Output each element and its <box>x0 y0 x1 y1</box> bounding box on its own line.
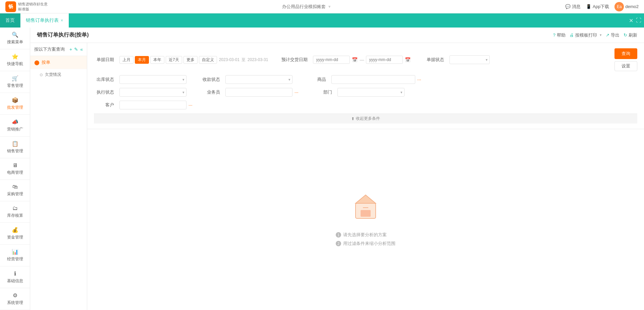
dept-select[interactable] <box>337 88 405 97</box>
download-icon: 📱 <box>586 4 591 9</box>
empty-tips: 1 请先选择要分析的方案 2 用过滤条件来缩小分析范围 <box>336 230 395 248</box>
exec-control <box>119 88 186 97</box>
sidebar-item-quick-nav[interactable]: ⭐ 快捷导航 <box>0 49 30 71</box>
export-icon: ↗ <box>606 33 609 38</box>
wholesale-icon: 📦 <box>12 97 18 103</box>
delivery-control <box>119 75 186 84</box>
expected-date-end-input[interactable] <box>366 56 403 64</box>
refresh-icon: ↻ <box>624 33 627 38</box>
top-bar: 畅 销售进销存好生意 标准版 办公用品行业模拟账套 ▾ 💬 消息 📱 App下载… <box>0 0 644 13</box>
breadcrumb-divider: ▾ <box>328 4 331 9</box>
empty-tip-1: 1 请先选择要分析的方案 <box>336 230 395 239</box>
page-actions: ? 帮助 🖨 按模板打印 ▾ ↗ 导出 ↻ 刷新 <box>553 32 637 38</box>
setting-btn[interactable]: 设置 <box>614 61 637 71</box>
sidebar-item-marketing[interactable]: 📣 营销推广 <box>0 115 30 137</box>
status-select-wrapper <box>449 55 490 64</box>
empty-illustration <box>349 192 382 225</box>
search-btn[interactable]: 查询 <box>614 48 637 59</box>
sidebar-item-purchase[interactable]: 🛍 采购管理 <box>0 180 30 201</box>
search-btn-area: 查询 设置 <box>614 48 637 71</box>
collapse-more-btn[interactable]: ⬆ 收起更多条件 <box>94 113 637 123</box>
sidebar-item-finance[interactable]: 💰 资金管理 <box>0 223 30 245</box>
date-btn-this-month[interactable]: 本月 <box>135 56 149 64</box>
date-quick-btns: 上月 本月 本年 近7天 更多 自定义 <box>119 56 217 64</box>
customer-more-btn[interactable]: ··· <box>189 102 193 108</box>
scheme-subitem-欠货情况[interactable]: ⊙ 欠货情况 <box>30 69 87 80</box>
user-area[interactable]: Ea demo2 <box>614 2 639 11</box>
app-download-btn[interactable]: 📱 App下载 <box>586 4 609 10</box>
exec-select[interactable] <box>119 88 186 97</box>
date-btn-this-year[interactable]: 本年 <box>150 56 164 64</box>
avatar: Ea <box>614 2 624 11</box>
status-select[interactable] <box>449 55 490 64</box>
date-btn-more[interactable]: 更多 <box>183 56 198 64</box>
right-content: 单据日期 上月 本月 本年 近7天 更多 自定义 2023- <box>87 43 644 310</box>
left-panel-header-actions: + ✎ « <box>69 47 83 52</box>
sidebar-item-basic[interactable]: ℹ 基础信息 <box>0 266 30 288</box>
tab-maximize-btn[interactable]: ⛶ <box>636 17 641 23</box>
export-btn[interactable]: ↗ 导出 <box>606 32 620 38</box>
customer-input[interactable] <box>119 101 186 109</box>
scheme-edit-btn[interactable]: ✎ <box>74 47 78 52</box>
page-header: 销售订单执行表(按单) ? 帮助 🖨 按模板打印 ▾ ↗ 导出 ↻ 刷新 <box>30 28 644 43</box>
goods-label: 商品 <box>306 76 326 83</box>
tab-active[interactable]: 销售订单执行表 × <box>20 13 69 28</box>
calendar-end-icon[interactable]: 📅 <box>405 57 411 62</box>
filter-row-3: 执行状态 业务员 ··· <box>94 88 637 97</box>
status-label: 单据状态 <box>424 57 444 63</box>
dept-label: 部门 <box>312 89 332 95</box>
scheme-sub-icon: ⊙ <box>40 72 43 77</box>
customer-label: 客户 <box>94 102 114 108</box>
basic-icon: ℹ <box>14 270 16 277</box>
scheme-add-btn[interactable]: + <box>69 47 72 52</box>
app-logo-icon: 畅 <box>5 1 16 12</box>
quick-nav-icon: ⭐ <box>12 53 18 60</box>
sidebar-item-ecommerce[interactable]: 🖥 电商管理 <box>0 158 30 180</box>
sidebar: 🔍 搜索菜单 ⭐ 快捷导航 🛒 零售管理 📦 批发管理 📣 营销推广 📋 销售管… <box>0 28 30 310</box>
marketing-icon: 📣 <box>12 119 18 125</box>
customer-control: ··· <box>119 101 193 109</box>
payment-select-wrapper <box>225 75 292 84</box>
print-btn[interactable]: 🖨 按模板打印 ▾ <box>570 32 602 38</box>
payment-label: 收款状态 <box>200 76 220 83</box>
goods-input[interactable] <box>331 75 415 84</box>
calendar-start-icon[interactable]: 📅 <box>352 57 358 62</box>
tab-bar-actions: ✕ ⛶ <box>629 13 644 28</box>
filter-row-4: 客户 ··· <box>94 101 637 109</box>
refresh-btn[interactable]: ↻ 刷新 <box>624 32 637 38</box>
expected-date-start-input[interactable] <box>313 56 350 64</box>
top-bar-left: 畅 销售进销存好生意 标准版 <box>5 1 48 12</box>
sidebar-item-operation[interactable]: 📊 经营管理 <box>0 245 30 266</box>
sidebar-item-inventory[interactable]: 🗂 库存核算 <box>0 201 30 223</box>
help-btn[interactable]: ? 帮助 <box>553 32 566 38</box>
sidebar-item-search[interactable]: 🔍 搜索菜单 <box>0 28 30 49</box>
expected-date-control: 📅 — 📅 <box>313 56 411 64</box>
empty-tip-2: 2 用过滤条件来缩小分析范围 <box>336 239 395 248</box>
sidebar-item-system[interactable]: ⚙ 系统管理 <box>0 288 30 310</box>
delivery-select[interactable] <box>119 75 186 84</box>
salesman-more-btn[interactable]: ··· <box>294 90 299 95</box>
message-icon: 💬 <box>565 4 571 9</box>
empty-state: 1 请先选择要分析的方案 2 用过滤条件来缩小分析范围 <box>87 129 644 310</box>
salesman-input[interactable] <box>225 88 292 97</box>
inventory-icon: 🗂 <box>12 205 18 211</box>
date-filter-control: 上月 本月 本年 近7天 更多 自定义 2023-03-01 至 2023-03… <box>119 56 268 64</box>
goods-more-btn[interactable]: ··· <box>417 77 421 82</box>
date-btn-custom[interactable]: 自定义 <box>199 56 217 64</box>
sidebar-item-wholesale[interactable]: 📦 批发管理 <box>0 93 30 115</box>
scheme-collapse-btn[interactable]: « <box>80 47 83 52</box>
tab-bar: 首页 销售订单执行表 × ✕ ⛶ <box>0 13 644 28</box>
tab-close-window-btn[interactable]: ✕ <box>629 17 633 24</box>
goods-control: ··· <box>331 75 421 84</box>
payment-select[interactable] <box>225 75 292 84</box>
message-btn[interactable]: 💬 消息 <box>565 4 581 10</box>
sidebar-item-sales[interactable]: 📋 销售管理 <box>0 137 30 158</box>
sidebar-item-retail[interactable]: 🛒 零售管理 <box>0 71 30 93</box>
date-btn-7days[interactable]: 近7天 <box>166 56 182 64</box>
exec-label: 执行状态 <box>94 89 114 95</box>
tab-close-icon[interactable]: × <box>61 18 63 23</box>
date-btn-last-month[interactable]: 上月 <box>119 56 133 64</box>
tab-home[interactable]: 首页 <box>0 13 20 28</box>
scheme-item-按单[interactable]: ⬤ 按单 <box>30 56 87 69</box>
svg-rect-2 <box>361 210 371 217</box>
